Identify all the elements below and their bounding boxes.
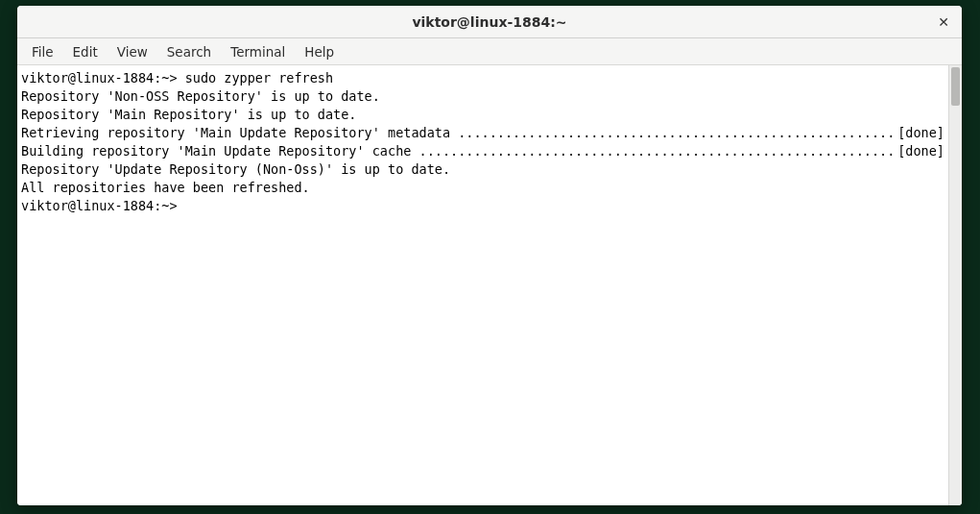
cursor-icon [185,198,193,213]
progress-done: [done] [897,142,944,160]
window-title: viktor@linux-1884:~ [412,14,566,30]
terminal-line: Building repository 'Main Update Reposit… [21,142,944,160]
menu-file[interactable]: File [23,41,62,62]
terminal-line: viktor@linux-1884:~> [21,197,944,215]
titlebar[interactable]: viktor@linux-1884:~ ✕ [17,6,962,38]
close-icon: ✕ [938,14,949,30]
terminal-area: viktor@linux-1884:~> sudo zypper refresh… [17,65,962,505]
title-path: :~ [550,14,566,30]
menu-help[interactable]: Help [296,41,343,62]
terminal-window: viktor@linux-1884:~ ✕ File Edit View Sea… [17,6,962,505]
shell-prompt: viktor@linux-1884:~> [21,70,185,86]
terminal-line: All repositories have been refreshed. [21,179,944,197]
terminal-line: Repository 'Main Repository' is up to da… [21,106,944,124]
shell-prompt: viktor@linux-1884:~> [21,198,185,213]
terminal-line: Repository 'Update Repository (Non-Oss)'… [21,160,944,179]
terminal-line: Repository 'Non-OSS Repository' is up to… [21,87,944,106]
progress-dots: ........................................… [458,124,897,142]
terminal-line: viktor@linux-1884:~> sudo zypper refresh [21,69,944,87]
progress-dots: ........................................… [419,142,898,160]
menubar: File Edit View Search Terminal Help [17,38,962,65]
scrollbar-thumb[interactable] [951,67,960,106]
terminal-line: Retrieving repository 'Main Update Repos… [21,124,944,142]
progress-head: Building repository 'Main Update Reposit… [21,142,419,160]
menu-edit[interactable]: Edit [64,41,107,62]
title-host: viktor@linux-1884 [412,14,550,30]
progress-head: Retrieving repository 'Main Update Repos… [21,124,458,142]
terminal-content[interactable]: viktor@linux-1884:~> sudo zypper refresh… [17,65,948,505]
command-text: sudo zypper refresh [185,70,333,86]
scrollbar[interactable] [948,65,962,505]
menu-terminal[interactable]: Terminal [222,41,294,62]
menu-view[interactable]: View [108,41,156,62]
close-button[interactable]: ✕ [933,12,954,33]
progress-done: [done] [897,124,944,142]
menu-search[interactable]: Search [158,41,220,62]
